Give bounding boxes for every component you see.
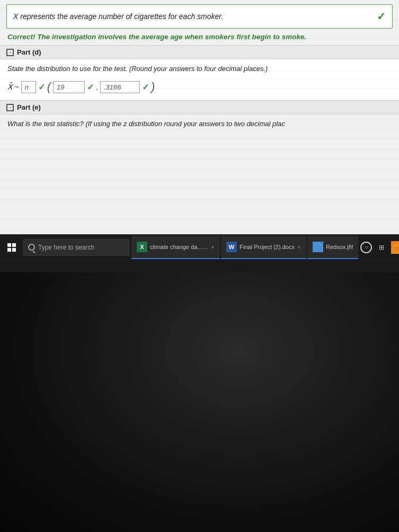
folder-icon[interactable]: [391, 241, 399, 254]
main-content-area: X represents the average number of cigar…: [0, 0, 399, 260]
taskbar-excel-label: climate change da....xlsx: [150, 244, 208, 250]
part-d-divider: − Part (d): [0, 45, 399, 59]
search-placeholder-text: Type here to search: [38, 244, 94, 251]
correct-message: Correct! The investigation involves the …: [0, 29, 399, 45]
circle-icon: ○: [365, 244, 368, 250]
dist-input-2[interactable]: [100, 81, 140, 93]
dist-input-1[interactable]: [53, 81, 85, 93]
svg-rect-0: [314, 243, 320, 250]
close-paren: ): [151, 80, 155, 94]
taskbar: Type here to search X climate change da.…: [0, 234, 399, 260]
word-icon: W: [226, 242, 237, 252]
dark-background-area: [0, 272, 399, 532]
x-represents-text: X represents the average number of cigar…: [13, 12, 223, 21]
part-d-icon: −: [6, 49, 14, 56]
x-represents-section: X represents the average number of cigar…: [6, 4, 393, 29]
excel-chevron-icon: ∧: [211, 244, 215, 250]
part-d-content: State the distribution to use for the te…: [0, 59, 399, 100]
part-d-instruction: State the distribution to use for the te…: [7, 65, 392, 73]
part-e-icon: −: [6, 104, 14, 111]
windows-start-button[interactable]: [0, 235, 23, 260]
comma: ,: [96, 83, 98, 91]
dist-check-3: ✓: [142, 82, 149, 92]
part-e-content: What is the test statistic? (If using th…: [0, 114, 399, 132]
x-check-icon: ✓: [377, 10, 386, 23]
taskbar-item-file[interactable]: Redsox.jfif: [307, 236, 358, 259]
taskbar-items-area: X climate change da....xlsx ∧ W Final Pr…: [129, 236, 360, 259]
windows-logo-icon: [7, 243, 16, 252]
file-icon: [313, 242, 323, 252]
taskbar-item-excel[interactable]: X climate change da....xlsx ∧: [131, 236, 220, 259]
search-icon: [28, 244, 35, 251]
dist-x-bar-label: X̄ ~: [7, 83, 19, 91]
taskbar-circle-button[interactable]: ○: [360, 242, 372, 253]
open-paren: (: [47, 80, 51, 94]
task-view-icon: ⊞: [379, 244, 384, 251]
excel-icon: X: [137, 242, 147, 252]
taskbar-item-word[interactable]: W Final Project (2).docx ∧: [221, 236, 306, 259]
dist-check-2: ✓: [87, 82, 94, 92]
task-view-button[interactable]: ⊞: [375, 241, 388, 254]
taskbar-right-area: ○ ⊞: [360, 241, 399, 254]
taskbar-word-label: Final Project (2).docx: [240, 244, 295, 250]
part-e-label: Part (e): [17, 103, 41, 111]
dist-n-input[interactable]: [21, 81, 36, 93]
taskbar-file-label: Redsox.jfif: [326, 244, 353, 250]
dist-check-1: ✓: [38, 82, 45, 92]
word-chevron-icon: ∧: [297, 244, 301, 250]
taskbar-search-bar[interactable]: Type here to search: [23, 239, 129, 256]
svg-rect-5: [394, 245, 396, 246]
part-d-label: Part (d): [17, 48, 41, 56]
part-e-text: What is the test statistic? (If using th…: [7, 120, 392, 128]
part-e-divider: − Part (e): [0, 100, 399, 114]
distribution-row: X̄ ~ ✓ ( ✓ , ✓ ): [7, 78, 392, 96]
